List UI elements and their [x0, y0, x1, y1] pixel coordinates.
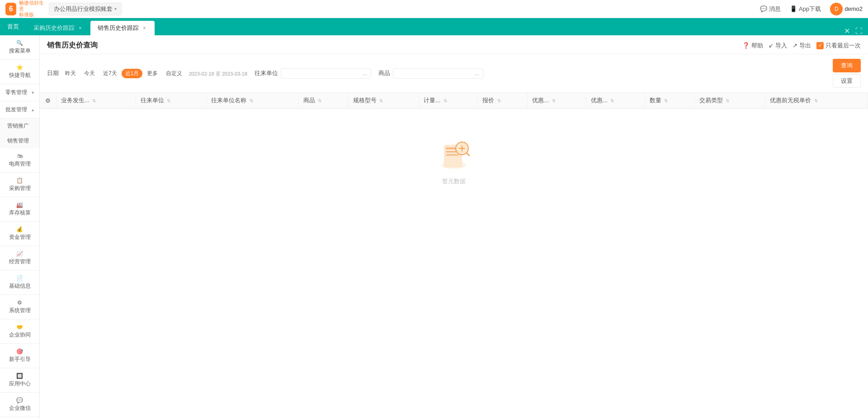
header-right: 💬 消息 📱 App下载 D demo2: [760, 3, 863, 15]
close-all-tabs-icon[interactable]: ✕: [844, 27, 850, 35]
sidebar-item-finance[interactable]: 💰 资金管理: [0, 222, 39, 246]
star-icon: ⭐: [16, 64, 23, 71]
product-input-wrap: ...: [393, 68, 483, 79]
col-business-date[interactable]: 业务发生... ⇅: [56, 93, 136, 109]
import-button[interactable]: ↙ 导入: [769, 42, 787, 50]
more-date-btn[interactable]: 更多: [143, 69, 161, 78]
empty-state: 暂元数据: [40, 109, 868, 213]
col-counterpart-name[interactable]: 往来单位名称 ⇅: [207, 93, 298, 109]
counterpart-input-wrap: ...: [281, 68, 371, 79]
sidebar-sub-item-marketing[interactable]: 营销推广: [0, 119, 39, 133]
last1month-btn[interactable]: 近1月: [122, 69, 143, 78]
chevron-down-icon: ▾: [114, 6, 117, 11]
checkbox-checked-icon: ✓: [816, 42, 824, 49]
filter-area: 日期 昨天 今天 近7天 近1月 更多 自定义 2023-02-18 至 202…: [40, 54, 868, 93]
counterpart-input[interactable]: [285, 70, 361, 77]
table-header-row: ⚙ 业务发生... ⇅ 往来单位 ⇅ 往来单位名称 ⇅: [40, 93, 868, 109]
sidebar-item-enterprise[interactable]: 🤝 企业协同: [0, 319, 39, 344]
sort-icon: ⇅: [250, 98, 253, 103]
sort-icon: ⇅: [379, 98, 383, 103]
col-discount2[interactable]: 优惠... ⇅: [586, 93, 645, 109]
tab-sales[interactable]: 销售历史价跟踪 ×: [90, 21, 155, 35]
chevron-down-icon: ▾: [32, 90, 34, 95]
counterpart-filter-group: 往来单位 ...: [255, 68, 371, 79]
last7days-btn[interactable]: 近7天: [99, 69, 121, 78]
enterprise-icon: 🤝: [16, 324, 23, 330]
custom-date-btn[interactable]: 自定义: [162, 69, 186, 78]
col-unit[interactable]: 计量... ⇅: [419, 93, 478, 109]
finance-icon: 💰: [16, 226, 23, 233]
sidebar-item-wholesale[interactable]: 批发管理 ▴: [0, 101, 39, 119]
col-quantity[interactable]: 数量 ⇅: [645, 93, 694, 109]
col-product[interactable]: 商品 ⇅: [298, 93, 348, 109]
query-button[interactable]: 查询: [833, 59, 861, 72]
only-latest-toggle[interactable]: ✓ 只看最后一次: [816, 42, 861, 50]
sidebar-item-retail[interactable]: 零售管理 ▾: [0, 84, 39, 101]
sort-icon: ⇅: [318, 98, 321, 103]
app-download-button[interactable]: 📱 App下载: [790, 5, 821, 13]
only-latest-label: 只看最后一次: [826, 42, 861, 50]
message-button[interactable]: 💬 消息: [760, 5, 781, 13]
content-area: 销售历史价查询 ❓ 帮助 ↙ 导入 ↗ 导出 ✓: [40, 35, 868, 418]
yesterday-btn[interactable]: 昨天: [61, 69, 80, 78]
empty-illustration: [436, 136, 472, 172]
tab-home[interactable]: 首页: [0, 18, 26, 35]
filter-actions: 查询 设置: [833, 59, 861, 88]
sidebar-item-apps[interactable]: 🔲 应用中心: [0, 368, 39, 393]
chevron-up-icon: ▴: [32, 107, 34, 112]
date-range-text: 2023-02-18 至 2023-03-18: [189, 71, 247, 77]
sidebar-sub-item-sales-mgmt[interactable]: 销售管理: [0, 133, 39, 148]
sort-icon: ⇅: [610, 98, 614, 103]
sort-icon: ⇅: [167, 98, 170, 103]
svg-line-8: [467, 153, 469, 156]
counterpart-label: 往来单位: [255, 69, 278, 77]
sort-icon: ⇅: [726, 98, 729, 103]
col-gear[interactable]: ⚙: [40, 93, 56, 109]
app-selector-label: 办公用品行业模拟账套: [54, 5, 113, 13]
main-layout: 🔍 搜索菜单 ⭐ 快捷导航 零售管理 ▾ 批发管理 ▴ 营销推广 销售管理 🛍 …: [0, 35, 868, 418]
close-sales-tab-icon[interactable]: ×: [142, 25, 147, 31]
sidebar-item-purchase[interactable]: 📋 采购管理: [0, 173, 39, 197]
app-selector[interactable]: 办公用品行业模拟账套 ▾: [49, 3, 122, 15]
sidebar-item-basic[interactable]: 📄 基础信息: [0, 271, 39, 295]
settings-button[interactable]: 设置: [833, 74, 861, 88]
col-pre-tax-price[interactable]: 优惠前无税单价 ⇅: [765, 93, 868, 109]
sort-icon: ⇅: [552, 98, 556, 103]
sort-icon: ⇅: [443, 98, 447, 103]
product-input[interactable]: [397, 70, 473, 77]
col-discount1[interactable]: 优惠... ⇅: [528, 93, 586, 109]
product-ellipsis-btn[interactable]: ...: [475, 70, 479, 76]
sidebar-item-guide[interactable]: 🎯 新手引导: [0, 344, 39, 368]
logo-area: 6 畅捷信好生意 标准版: [5, 0, 45, 18]
avatar: D: [830, 3, 843, 15]
sidebar-item-system[interactable]: ⚙ 系统管理: [0, 295, 39, 319]
data-table: ⚙ 业务发生... ⇅ 往来单位 ⇅ 往来单位名称 ⇅: [40, 93, 868, 109]
sidebar-item-ecommerce[interactable]: 🛍 电商管理: [0, 148, 39, 173]
col-trade-type[interactable]: 交易类型 ⇅: [694, 93, 765, 109]
tab-sales-label: 销售历史价跟踪: [98, 24, 139, 32]
col-spec[interactable]: 规格型号 ⇅: [348, 93, 419, 109]
help-button[interactable]: ❓ 帮助: [742, 42, 763, 50]
sidebar-item-search[interactable]: 🔍 搜索菜单: [0, 35, 39, 60]
stock-icon: 🏭: [16, 202, 23, 208]
date-filter-group: 日期 昨天 今天 近7天 近1月 更多 自定义 2023-02-18 至 202…: [47, 69, 247, 78]
today-btn[interactable]: 今天: [80, 69, 99, 78]
import-icon: ↙: [769, 42, 774, 49]
sidebar-item-quick-nav[interactable]: ⭐ 快捷导航: [0, 60, 39, 84]
col-counterpart-code[interactable]: 往来单位 ⇅: [136, 93, 207, 109]
tab-purchase[interactable]: 采购历史价跟踪 ×: [26, 21, 90, 35]
sidebar-item-wechat[interactable]: 💬 企业微信: [0, 393, 39, 417]
svg-rect-3: [446, 151, 457, 152]
sidebar-item-business[interactable]: 📈 经营管理: [0, 246, 39, 271]
export-button[interactable]: ↗ 导出: [793, 42, 811, 50]
product-label: 商品: [378, 69, 390, 77]
close-purchase-tab-icon[interactable]: ×: [77, 25, 83, 31]
sidebar-item-stock[interactable]: 🏭 库存核算: [0, 197, 39, 222]
counterpart-ellipsis-btn[interactable]: ...: [363, 70, 367, 76]
maximize-icon[interactable]: ⛶: [855, 27, 863, 35]
user-area[interactable]: D demo2: [830, 3, 863, 15]
sidebar: 🔍 搜索菜单 ⭐ 快捷导航 零售管理 ▾ 批发管理 ▴ 营销推广 销售管理 🛍 …: [0, 35, 40, 418]
col-quote[interactable]: 报价 ⇅: [478, 93, 528, 109]
sort-icon: ⇅: [497, 98, 501, 103]
download-icon: 📱: [790, 5, 797, 12]
